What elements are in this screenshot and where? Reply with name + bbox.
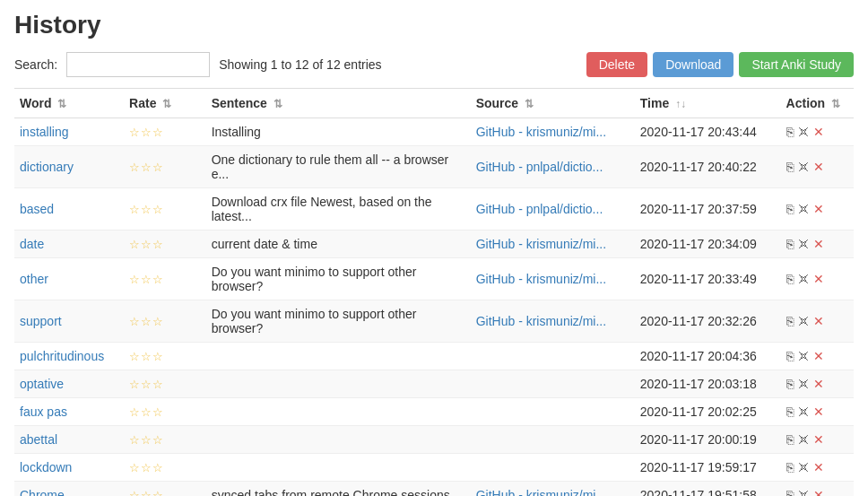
copy-icon[interactable]: ⎘ <box>786 272 794 286</box>
star-1[interactable]: ☆ <box>129 378 141 391</box>
star-1[interactable]: ☆ <box>129 433 141 447</box>
anki-button[interactable]: Start Anki Study <box>739 52 854 77</box>
star-1[interactable]: ☆ <box>129 203 141 216</box>
star-3[interactable]: ☆ <box>152 203 164 216</box>
star-2[interactable]: ☆ <box>141 350 152 363</box>
rate-stars[interactable]: ☆☆☆ <box>124 231 206 258</box>
star-1[interactable]: ☆ <box>129 315 141 328</box>
star-3[interactable]: ☆ <box>152 405 164 419</box>
star-1[interactable]: ☆ <box>129 405 141 419</box>
star-3[interactable]: ☆ <box>152 489 164 496</box>
star-1[interactable]: ☆ <box>129 461 141 474</box>
rate-stars[interactable]: ☆☆☆ <box>124 118 206 146</box>
source-link[interactable]: GitHub - pnlpal/dictio... <box>476 160 603 174</box>
rate-stars[interactable]: ☆☆☆ <box>124 454 206 482</box>
star-3[interactable]: ☆ <box>152 126 164 139</box>
copy-icon[interactable]: ⎘ <box>786 237 794 251</box>
delete-row-icon[interactable]: ✕ <box>813 432 824 447</box>
delete-row-icon[interactable]: ✕ <box>813 160 824 174</box>
source-link[interactable]: GitHub - krismuniz/mi... <box>476 488 606 496</box>
share-icon[interactable]: ⯏ <box>797 349 810 363</box>
rate-stars[interactable]: ☆☆☆ <box>124 258 206 300</box>
star-1[interactable]: ☆ <box>129 238 141 251</box>
star-2[interactable]: ☆ <box>141 238 152 251</box>
delete-row-icon[interactable]: ✕ <box>813 377 824 391</box>
star-2[interactable]: ☆ <box>141 126 152 139</box>
copy-icon[interactable]: ⎘ <box>786 125 794 139</box>
delete-row-icon[interactable]: ✕ <box>813 125 824 139</box>
share-icon[interactable]: ⯏ <box>797 432 810 447</box>
copy-icon[interactable]: ⎘ <box>786 405 794 419</box>
copy-icon[interactable]: ⎘ <box>786 202 794 216</box>
word-link[interactable]: pulchritudinous <box>20 349 104 363</box>
rate-stars[interactable]: ☆☆☆ <box>124 370 206 398</box>
star-2[interactable]: ☆ <box>141 405 152 419</box>
star-1[interactable]: ☆ <box>129 350 141 363</box>
star-3[interactable]: ☆ <box>152 161 164 174</box>
star-3[interactable]: ☆ <box>152 273 164 286</box>
share-icon[interactable]: ⯏ <box>797 272 810 286</box>
copy-icon[interactable]: ⎘ <box>786 460 794 474</box>
star-1[interactable]: ☆ <box>129 273 141 286</box>
word-link[interactable]: faux pas <box>20 405 67 419</box>
star-3[interactable]: ☆ <box>152 350 164 363</box>
col-header-word[interactable]: Word ⇅ <box>14 89 124 118</box>
word-link[interactable]: dictionary <box>20 160 74 174</box>
rate-stars[interactable]: ☆☆☆ <box>124 188 206 231</box>
delete-row-icon[interactable]: ✕ <box>813 349 824 363</box>
word-link[interactable]: installing <box>20 125 68 139</box>
delete-row-icon[interactable]: ✕ <box>813 405 824 419</box>
word-link[interactable]: date <box>20 237 44 251</box>
star-3[interactable]: ☆ <box>152 238 164 251</box>
delete-row-icon[interactable]: ✕ <box>813 460 824 474</box>
rate-stars[interactable]: ☆☆☆ <box>124 300 206 343</box>
rate-stars[interactable]: ☆☆☆ <box>124 426 206 454</box>
rate-stars[interactable]: ☆☆☆ <box>124 482 206 497</box>
col-header-action[interactable]: Action ⇅ <box>781 89 854 118</box>
share-icon[interactable]: ⯏ <box>797 125 810 139</box>
share-icon[interactable]: ⯏ <box>797 202 810 216</box>
star-2[interactable]: ☆ <box>141 161 152 174</box>
col-header-sentence[interactable]: Sentence ⇅ <box>206 89 471 118</box>
star-2[interactable]: ☆ <box>141 203 152 216</box>
star-1[interactable]: ☆ <box>129 489 141 496</box>
star-3[interactable]: ☆ <box>152 378 164 391</box>
copy-icon[interactable]: ⎘ <box>786 160 794 174</box>
word-link[interactable]: support <box>20 314 62 328</box>
download-button[interactable]: Download <box>653 52 733 77</box>
source-link[interactable]: GitHub - krismuniz/mi... <box>476 272 606 286</box>
share-icon[interactable]: ⯏ <box>797 488 810 496</box>
delete-row-icon[interactable]: ✕ <box>813 488 824 496</box>
share-icon[interactable]: ⯏ <box>797 460 810 474</box>
word-link[interactable]: based <box>20 202 54 216</box>
source-link[interactable]: GitHub - krismuniz/mi... <box>476 314 606 328</box>
source-link[interactable]: GitHub - krismuniz/mi... <box>476 125 606 139</box>
star-3[interactable]: ☆ <box>152 461 164 474</box>
copy-icon[interactable]: ⎘ <box>786 488 794 496</box>
star-2[interactable]: ☆ <box>141 273 152 286</box>
star-2[interactable]: ☆ <box>141 461 152 474</box>
word-link[interactable]: abettal <box>20 432 57 447</box>
word-link[interactable]: Chrome <box>20 488 65 496</box>
col-header-source[interactable]: Source ⇅ <box>471 89 635 118</box>
delete-row-icon[interactable]: ✕ <box>813 314 824 328</box>
star-2[interactable]: ☆ <box>141 378 152 391</box>
source-link[interactable]: GitHub - pnlpal/dictio... <box>476 202 603 216</box>
source-link[interactable]: GitHub - krismuniz/mi... <box>476 237 606 251</box>
delete-row-icon[interactable]: ✕ <box>813 237 824 251</box>
share-icon[interactable]: ⯏ <box>797 405 810 419</box>
rate-stars[interactable]: ☆☆☆ <box>124 398 206 426</box>
share-icon[interactable]: ⯏ <box>797 160 810 174</box>
share-icon[interactable]: ⯏ <box>797 314 810 328</box>
delete-row-icon[interactable]: ✕ <box>813 272 824 286</box>
star-3[interactable]: ☆ <box>152 315 164 328</box>
word-link[interactable]: other <box>20 272 48 286</box>
copy-icon[interactable]: ⎘ <box>786 349 794 363</box>
star-2[interactable]: ☆ <box>141 433 152 447</box>
star-1[interactable]: ☆ <box>129 126 141 139</box>
share-icon[interactable]: ⯏ <box>797 377 810 391</box>
copy-icon[interactable]: ⎘ <box>786 314 794 328</box>
star-2[interactable]: ☆ <box>141 489 152 496</box>
copy-icon[interactable]: ⎘ <box>786 377 794 391</box>
star-1[interactable]: ☆ <box>129 161 141 174</box>
